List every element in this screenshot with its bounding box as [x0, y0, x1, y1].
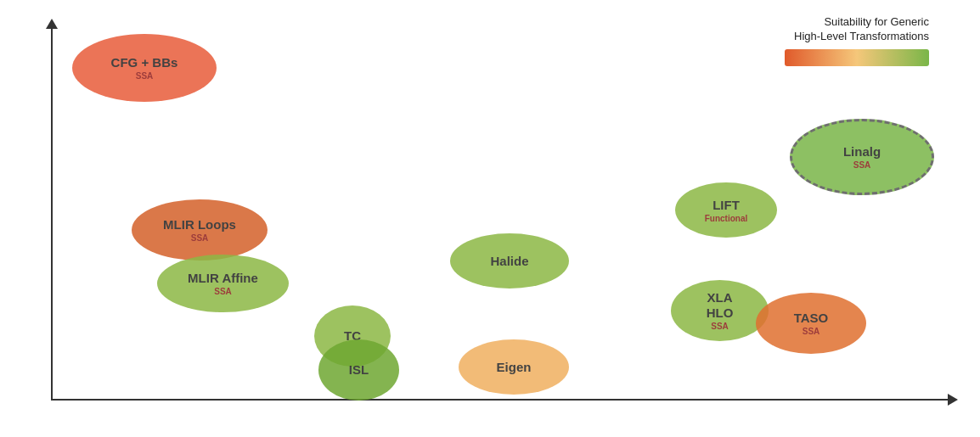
- node-sublabel-taso: SSA: [803, 327, 820, 336]
- y-axis: [51, 25, 53, 399]
- x-axis: [51, 399, 951, 401]
- legend: Suitability for GenericHigh-Level Transf…: [734, 15, 929, 66]
- node-mlir-affine: MLIR AffineSSA: [157, 255, 289, 312]
- node-taso: TASOSSA: [756, 293, 866, 354]
- node-label-linalg: Linalg: [843, 144, 881, 160]
- node-sublabel-mlir-affine: SSA: [214, 287, 232, 296]
- node-label-cfg-bbs: CFG + BBs: [111, 55, 178, 70]
- node-label-mlir-loops: MLIR Loops: [163, 217, 236, 233]
- node-sublabel-linalg: SSA: [853, 160, 871, 170]
- node-label-mlir-affine: MLIR Affine: [188, 271, 258, 286]
- node-label-lift: LIFT: [712, 198, 740, 213]
- node-eigen: Eigen: [459, 339, 569, 395]
- node-label-xla-hlo: HLO: [707, 305, 734, 321]
- chart-area: Suitability for GenericHigh-Level Transf…: [0, 0, 980, 437]
- node-linalg: LinalgSSA: [790, 119, 934, 195]
- node-lift: LIFTFunctional: [675, 182, 777, 238]
- node-sublabel-mlir-loops: SSA: [191, 233, 209, 243]
- node-halide: Halide: [450, 233, 569, 289]
- node-label-eigen: Eigen: [497, 360, 532, 375]
- legend-gradient: [785, 49, 929, 66]
- node-sublabel-xla-hlo: SSA: [711, 322, 729, 331]
- node-mlir-loops: MLIR LoopsSSA: [132, 199, 268, 261]
- node-sublabel-cfg-bbs: SSA: [136, 71, 154, 81]
- node-cfg-bbs: CFG + BBsSSA: [72, 34, 217, 102]
- node-label-xla-hlo: XLA: [707, 290, 733, 305]
- x-axis-arrow: [948, 394, 958, 406]
- node-isl: ISL: [318, 339, 399, 401]
- node-label-taso: TASO: [794, 311, 829, 326]
- y-axis-arrow: [46, 19, 58, 29]
- legend-title: Suitability for GenericHigh-Level Transf…: [734, 15, 929, 44]
- node-label-isl: ISL: [349, 362, 369, 378]
- node-sublabel-lift: Functional: [705, 214, 748, 223]
- node-label-halide: Halide: [490, 254, 528, 269]
- node-xla-hlo: XLAHLOSSA: [671, 280, 769, 341]
